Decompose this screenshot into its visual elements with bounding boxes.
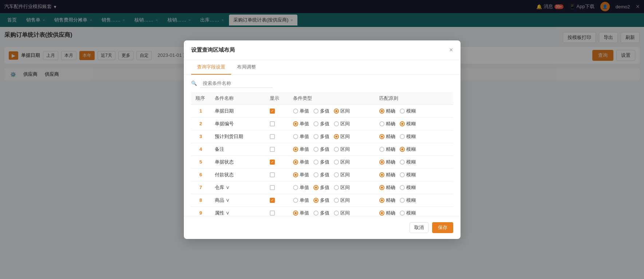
- radio-type-1-区间[interactable]: 区间: [334, 121, 350, 127]
- radio-type-5-单值[interactable]: 单值: [293, 172, 309, 178]
- radio-match-6-精确[interactable]: 精确: [379, 184, 395, 191]
- radio-type-3-区间[interactable]: 区间: [334, 146, 350, 153]
- search-box: 🔍: [184, 75, 461, 92]
- row-name-3: 备注: [210, 143, 265, 156]
- header-show: 显示: [265, 92, 289, 105]
- show-checkbox-5[interactable]: [270, 172, 275, 177]
- header-name: 条件名称: [210, 92, 265, 105]
- table-row: 7 仓库 ∨ 单值 多值 区间 精确 模糊: [191, 181, 453, 194]
- table-row: 6 付款状态 单值 多值 区间 精确 模糊: [191, 168, 453, 181]
- radio-match-8-精确[interactable]: 精确: [379, 210, 395, 216]
- save-button[interactable]: 保存: [432, 222, 453, 233]
- radio-match-5-模糊[interactable]: 模糊: [400, 172, 416, 178]
- radio-type-8-多值[interactable]: 多值: [313, 210, 329, 216]
- radio-type-3-多值[interactable]: 多值: [313, 146, 329, 153]
- radio-type-3-单值[interactable]: 单值: [293, 146, 309, 153]
- table-row: 3 预计到货日期 单值 多值 区间 精确 模糊: [191, 130, 453, 143]
- table-row: 5 单据状态 ✓ 单值 多值 区间 精确 模糊: [191, 156, 453, 168]
- table-row: 9 属性 ∨ 单值 多值 区间 精确 模糊: [191, 207, 453, 216]
- radio-type-2-区间[interactable]: 区间: [334, 133, 350, 140]
- radio-match-0-模糊[interactable]: 模糊: [400, 108, 416, 114]
- radio-match-7-精确[interactable]: 精确: [379, 197, 395, 204]
- dialog-title: 设置查询区域布局: [191, 47, 235, 54]
- radio-type-8-单值[interactable]: 单值: [293, 210, 309, 216]
- table-row: 4 备注 单值 多值 区间 精确 模糊: [191, 143, 453, 156]
- radio-match-3-精确[interactable]: 精确: [379, 146, 395, 153]
- show-checkbox-4[interactable]: ✓: [270, 160, 275, 165]
- dialog-tab-bar: 查询字段设置 布局调整: [184, 60, 461, 75]
- radio-match-6-模糊[interactable]: 模糊: [400, 184, 416, 191]
- row-name-8: 属性 ∨: [210, 207, 265, 216]
- radio-type-1-多值[interactable]: 多值: [313, 121, 329, 127]
- settings-dialog: 设置查询区域布局 × 查询字段设置 布局调整 🔍 顺序 条件名称: [184, 40, 461, 239]
- tab-query-fields[interactable]: 查询字段设置: [191, 60, 231, 75]
- row-name-4: 单据状态: [210, 156, 265, 168]
- radio-match-8-模糊[interactable]: 模糊: [400, 210, 416, 216]
- radio-type-6-多值[interactable]: 多值: [313, 184, 329, 191]
- radio-type-0-多值[interactable]: 多值: [313, 108, 329, 114]
- table-row: 1 单据日期 ✓ 单值 多值 区间 精确 模糊: [191, 105, 453, 117]
- table-row: 2 单据编号 单值 多值 区间 精确 模糊: [191, 117, 453, 130]
- radio-match-4-模糊[interactable]: 模糊: [400, 159, 416, 165]
- row-name-0: 单据日期: [210, 105, 265, 117]
- header-order: 顺序: [191, 92, 211, 105]
- radio-type-2-单值[interactable]: 单值: [293, 133, 309, 140]
- radio-type-4-单值[interactable]: 单值: [293, 159, 309, 165]
- row-name-2: 预计到货日期: [210, 130, 265, 143]
- radio-match-1-精确[interactable]: 精确: [379, 121, 395, 127]
- radio-match-0-精确[interactable]: 精确: [379, 108, 395, 114]
- radio-type-2-多值[interactable]: 多值: [313, 133, 329, 140]
- radio-type-8-区间[interactable]: 区间: [334, 210, 350, 216]
- row-name-5: 付款状态: [210, 168, 265, 181]
- search-icon: 🔍: [191, 80, 197, 86]
- dialog-close-button[interactable]: ×: [449, 46, 453, 54]
- cancel-button[interactable]: 取消: [410, 222, 428, 233]
- header-type: 条件类型: [289, 92, 375, 105]
- show-checkbox-7[interactable]: ✓: [270, 198, 275, 203]
- dialog-footer: 取消 保存: [184, 216, 461, 239]
- tab-layout-adjust[interactable]: 布局调整: [231, 60, 262, 75]
- radio-type-7-多值[interactable]: 多值: [313, 197, 329, 204]
- show-checkbox-1[interactable]: [270, 121, 275, 126]
- settings-table-scroll: 顺序 条件名称 显示 条件类型 匹配原则 1 单据日期 ✓ 单值 多值: [184, 92, 461, 216]
- radio-match-5-精确[interactable]: 精确: [379, 172, 395, 178]
- radio-match-1-模糊[interactable]: 模糊: [400, 121, 416, 127]
- radio-match-4-精确[interactable]: 精确: [379, 159, 395, 165]
- show-checkbox-2[interactable]: [270, 134, 275, 139]
- show-checkbox-0[interactable]: ✓: [270, 109, 275, 114]
- radio-type-7-区间[interactable]: 区间: [334, 197, 350, 204]
- radio-type-4-多值[interactable]: 多值: [313, 159, 329, 165]
- radio-type-1-单值[interactable]: 单值: [293, 121, 309, 127]
- radio-type-5-区间[interactable]: 区间: [334, 172, 350, 178]
- radio-type-6-区间[interactable]: 区间: [334, 184, 350, 191]
- search-input[interactable]: [200, 79, 273, 88]
- table-header-row: 顺序 条件名称 显示 条件类型 匹配原则: [191, 92, 453, 105]
- radio-match-7-模糊[interactable]: 模糊: [400, 197, 416, 204]
- header-match: 匹配原则: [375, 92, 453, 105]
- settings-table: 顺序 条件名称 显示 条件类型 匹配原则 1 单据日期 ✓ 单值 多值: [191, 92, 453, 216]
- radio-type-6-单值[interactable]: 单值: [293, 184, 309, 191]
- show-checkbox-6[interactable]: [270, 185, 275, 190]
- radio-match-2-模糊[interactable]: 模糊: [400, 133, 416, 140]
- settings-table-body: 1 单据日期 ✓ 单值 多值 区间 精确 模糊: [191, 105, 453, 216]
- radio-type-0-单值[interactable]: 单值: [293, 108, 309, 114]
- radio-type-7-单值[interactable]: 单值: [293, 197, 309, 204]
- radio-type-5-多值[interactable]: 多值: [313, 172, 329, 178]
- dialog-overlay: 设置查询区域布局 × 查询字段设置 布局调整 🔍 顺序 条件名称: [0, 0, 644, 279]
- radio-match-2-精确[interactable]: 精确: [379, 133, 395, 140]
- table-row: 8 商品 ∨ ✓ 单值 多值 区间 精确 模糊: [191, 194, 453, 207]
- show-checkbox-3[interactable]: [270, 147, 275, 152]
- radio-match-3-模糊[interactable]: 模糊: [400, 146, 416, 153]
- radio-type-0-区间[interactable]: 区间: [334, 108, 350, 114]
- dialog-header: 设置查询区域布局 ×: [184, 40, 461, 60]
- radio-type-4-区间[interactable]: 区间: [334, 159, 350, 165]
- row-name-7: 商品 ∨: [210, 194, 265, 207]
- row-name-1: 单据编号: [210, 117, 265, 130]
- row-name-6: 仓库 ∨: [210, 181, 265, 194]
- show-checkbox-8[interactable]: [270, 211, 275, 216]
